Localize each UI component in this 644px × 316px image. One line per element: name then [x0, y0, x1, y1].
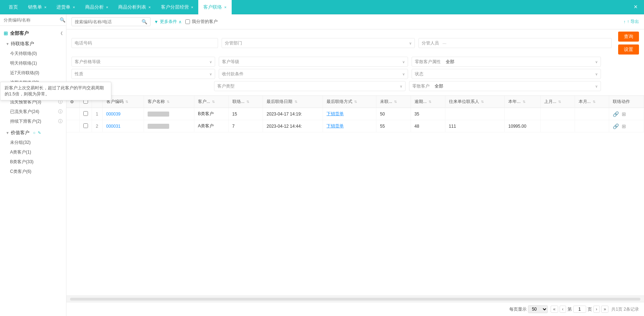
td-method-1[interactable]: 下销货单 — [323, 108, 376, 120]
row1-checkbox[interactable] — [83, 111, 88, 116]
th-not-contacted[interactable]: 未联... ⇅ — [376, 96, 411, 108]
nav-customer-mgmt[interactable]: 客户分层经营 × — [156, 0, 198, 14]
nav-sales-close[interactable]: × — [44, 0, 46, 14]
sidebar-a-class[interactable]: A类客户(1) — [0, 147, 66, 157]
window-close-button[interactable]: × — [631, 3, 640, 11]
retail-attr-filter[interactable]: 零散客户属性 全部 ∨ — [412, 57, 601, 67]
pay-condition-dropdown-icon[interactable]: ∨ — [402, 72, 405, 76]
sidebar-b-class[interactable]: B类客户(33) — [0, 157, 66, 167]
contact-sort-icon[interactable]: ⇅ — [246, 100, 249, 104]
nav-purchase[interactable]: 进货单 × — [51, 0, 80, 14]
name-sort-icon[interactable]: ⇅ — [167, 100, 170, 104]
nav-product-list-close[interactable]: × — [148, 0, 150, 14]
my-customers-filter[interactable]: 我分管的客户 — [185, 19, 218, 25]
nav-sales[interactable]: 销售单 × — [23, 0, 51, 14]
last-month-sort-icon[interactable]: ⇅ — [558, 100, 561, 104]
horizontal-scrollbar[interactable] — [70, 298, 640, 301]
sidebar-7day-pending[interactable]: 近7天待联络(0) — [0, 68, 66, 78]
settings-button[interactable]: 设置 — [618, 44, 639, 55]
value-group-edit-icon[interactable]: ○ — [33, 131, 36, 135]
nav-home[interactable]: 首页 — [4, 0, 23, 14]
phone-filter[interactable]: 电话号码 — [71, 38, 218, 48]
person-filter[interactable]: 分管人员 ··· — [418, 38, 612, 48]
nav-customer-mgmt-close[interactable]: × — [191, 0, 193, 14]
retail-filter[interactable]: 零散客户 全部 ∨ — [409, 81, 601, 91]
method-sort-icon[interactable]: ⇅ — [354, 100, 357, 104]
td-code-1[interactable]: 000039 — [102, 108, 144, 120]
th-this-year[interactable]: 本年... ⇅ — [505, 96, 541, 108]
sidebar-persistent-decline[interactable]: 持续下滑客户(2) ⓘ — [0, 117, 66, 126]
sidebar-already-lost[interactable]: 已流失客户(24) ⓘ — [0, 107, 66, 117]
retail-dropdown-icon[interactable]: ∨ — [595, 84, 598, 88]
code-sort-icon[interactable]: ⇅ — [125, 100, 128, 104]
value-group-settings-icon[interactable]: ✎ — [38, 131, 41, 135]
sidebar-today-pending[interactable]: 今天待联络(0) — [0, 49, 66, 58]
link-icon-2[interactable]: 🔗 — [613, 123, 619, 129]
sidebar-search-input[interactable] — [4, 18, 57, 23]
sidebar-search-icon[interactable]: 🔍 — [60, 17, 65, 23]
dept-filter[interactable]: 分管部门 ∨ — [222, 38, 415, 48]
customer-type-dropdown-icon[interactable]: ∨ — [400, 84, 402, 88]
nav-product-analysis-close[interactable]: × — [106, 0, 108, 14]
sidebar-pending-group[interactable]: ▼ 待联络客户 — [0, 39, 66, 49]
more-conditions-button[interactable]: ▼ 更多条件 ∧ — [154, 19, 182, 25]
sidebar-all-customers[interactable]: ⊞ 全部客户 《 — [0, 28, 66, 39]
this-year-sort-icon[interactable]: ⇅ — [523, 100, 525, 104]
th-overdue[interactable]: 逾期... ⇅ — [411, 96, 445, 108]
sidebar-tomorrow-pending[interactable]: 明天待联络(1) — [0, 58, 66, 68]
last-date-sort-icon[interactable]: ⇅ — [295, 100, 297, 104]
nav-product-analysis[interactable]: 商品分析 × — [80, 0, 113, 14]
nav-purchase-close[interactable]: × — [73, 0, 75, 14]
prev-page-button[interactable]: ‹ — [560, 306, 566, 313]
td-code-2[interactable]: 000031 — [102, 120, 144, 132]
sidebar-value-group[interactable]: ▼ 价值客户 ○ ✎ — [0, 128, 66, 138]
main-search-input[interactable] — [75, 19, 139, 24]
dept-dropdown-icon[interactable]: ∨ — [409, 41, 412, 45]
person-dots-button[interactable]: ··· — [443, 41, 446, 46]
th-this-month[interactable]: 本月... ⇅ — [575, 96, 609, 108]
grade-filter[interactable]: 客户等级 ∨ — [219, 57, 408, 67]
row2-checkbox[interactable] — [83, 123, 88, 128]
export-button[interactable]: ↑ ↑ 导出 — [624, 19, 639, 25]
customer-type-filter[interactable]: 客户类型 ∨ — [214, 81, 406, 91]
status-filter[interactable]: 状态 ∨ — [412, 69, 601, 79]
first-page-button[interactable]: « — [551, 306, 558, 313]
price-grade-dropdown-icon[interactable]: ∨ — [209, 60, 212, 64]
last-page-button[interactable]: » — [601, 306, 609, 313]
retail-attr-dropdown-icon[interactable]: ∨ — [595, 60, 598, 64]
main-search-icon[interactable]: 🔍 — [142, 19, 147, 24]
query-button[interactable]: 查询 — [618, 32, 639, 42]
pay-condition-filter[interactable]: 收付款条件 ∨ — [219, 69, 408, 79]
th-name[interactable]: 客户名称 ⇅ — [144, 96, 194, 108]
grid-action-icon-2[interactable]: ⊞ — [622, 123, 626, 129]
td-action-1: 🔗 ⊞ — [609, 108, 644, 120]
next-page-button[interactable]: › — [593, 306, 600, 313]
th-unit-contact[interactable]: 往来单位联系人 ⇅ — [445, 96, 505, 108]
th-last-month[interactable]: 上月... ⇅ — [540, 96, 575, 108]
sidebar-c-class[interactable]: C类客户(6) — [0, 167, 66, 176]
gender-filter[interactable]: 性质 ∨ — [71, 69, 215, 79]
not-contacted-sort-icon[interactable]: ⇅ — [394, 100, 397, 104]
my-customers-checkbox[interactable] — [185, 19, 190, 24]
page-number-input[interactable] — [573, 306, 586, 313]
page-size-dropdown[interactable]: 50 100 200 — [528, 305, 548, 313]
unit-contact-sort-icon[interactable]: ⇅ — [481, 100, 484, 104]
td-method-2[interactable]: 下销货单 — [323, 120, 376, 132]
grade-dropdown-icon[interactable]: ∨ — [402, 60, 405, 64]
price-grade-filter[interactable]: 客户价格等级 ∨ — [71, 57, 215, 67]
nav-customer-contact[interactable]: 客户联络 × — [198, 0, 231, 14]
status-dropdown-icon[interactable]: ∨ — [595, 72, 598, 76]
this-month-sort-icon[interactable]: ⇅ — [593, 100, 596, 104]
type-sort-icon[interactable]: ⇅ — [212, 100, 215, 104]
th-customer-type[interactable]: 客户... ⇅ — [194, 96, 228, 108]
link-icon-1[interactable]: 🔗 — [613, 111, 619, 117]
overdue-sort-icon[interactable]: ⇅ — [428, 100, 431, 104]
gender-dropdown-icon[interactable]: ∨ — [209, 72, 212, 76]
nav-product-list[interactable]: 商品分析列表 × — [113, 0, 156, 14]
th-last-contact-date[interactable]: 最后联络日期 ⇅ — [263, 96, 323, 108]
nav-customer-contact-close[interactable]: × — [224, 0, 226, 14]
grid-action-icon-1[interactable]: ⊞ — [622, 111, 626, 117]
sidebar-ungrouped[interactable]: 未分组(32) — [0, 138, 66, 147]
th-last-contact-method[interactable]: 最后联络方式 ⇅ — [323, 96, 376, 108]
th-contact[interactable]: 联络... ⇅ — [228, 96, 263, 108]
